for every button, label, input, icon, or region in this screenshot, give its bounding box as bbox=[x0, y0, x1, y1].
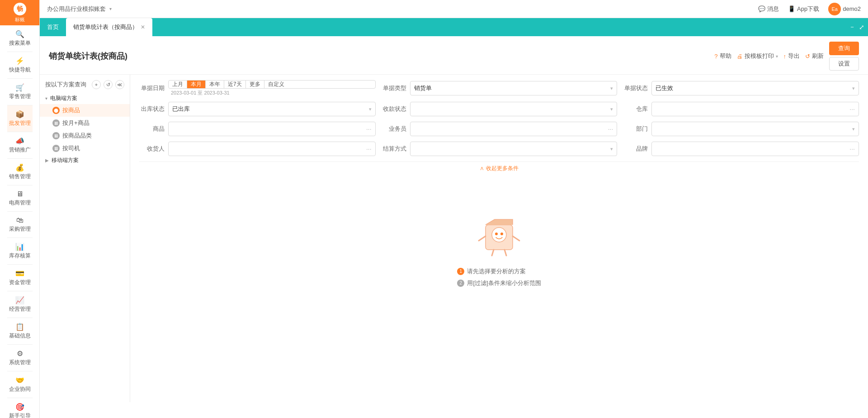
doc-type-control[interactable]: 销货单 ▾ bbox=[410, 81, 618, 95]
sidebar-item-marketing[interactable]: 📣营销推广 bbox=[7, 132, 33, 159]
filter-date: 单据日期 上月 本月 本年 近7天 更多 自定义 2023-03-01 至 20… bbox=[139, 80, 376, 96]
query-button[interactable]: 查询 bbox=[829, 42, 859, 55]
svg-point-1 bbox=[492, 228, 506, 242]
collapse-bar[interactable]: ∧ 收起更多条件 bbox=[139, 162, 859, 175]
warehouse-control[interactable]: ··· bbox=[651, 102, 859, 116]
svg-line-5 bbox=[513, 236, 519, 241]
tip-num-2: 2 bbox=[457, 280, 464, 287]
filter-row-2: 出库状态 已出库 ▾ 收款状态 ▾ 仓库 bbox=[139, 102, 859, 116]
filter-doc-status: 单据状态 已生效 ▾ bbox=[623, 81, 859, 95]
by-category-icon: ▦ bbox=[52, 132, 60, 139]
salesperson-dots[interactable]: ··· bbox=[608, 125, 613, 133]
by-product-icon: ⬤ bbox=[52, 107, 60, 114]
consignee-control[interactable]: ··· bbox=[168, 142, 376, 156]
sidebar-item-finance[interactable]: 💳资金管理 bbox=[7, 265, 33, 291]
sidebar-item-ecommerce[interactable]: 🖥电商管理 bbox=[7, 185, 33, 212]
industry-dropdown-icon[interactable]: ▾ bbox=[109, 6, 112, 11]
export-btn[interactable]: ↑ 导出 bbox=[783, 52, 800, 60]
scheme-category-mobile[interactable]: ▶ 移动端方案 bbox=[40, 155, 130, 166]
doc-type-label: 单据类型 bbox=[381, 84, 406, 92]
sidebar-item-search[interactable]: 🔍搜索菜单 bbox=[7, 25, 33, 52]
retail-icon: 🛒 bbox=[15, 83, 24, 92]
filter-row-3: 商品 ··· 业务员 ··· 部门 bbox=[139, 122, 859, 136]
message-icon: 💬 bbox=[758, 5, 765, 12]
tab-minimize-icon[interactable]: － bbox=[849, 23, 855, 31]
svg-line-4 bbox=[479, 236, 486, 241]
date-tab-last-month[interactable]: 上月 bbox=[169, 81, 187, 88]
newbie-icon: 🎯 bbox=[15, 403, 24, 411]
warehouse-dots[interactable]: ··· bbox=[849, 105, 855, 113]
sidebar-label-ecommerce: 电商管理 bbox=[9, 199, 31, 207]
scheme-collapse-btn[interactable]: ≪ bbox=[115, 80, 124, 89]
user-menu[interactable]: Ea demo2 bbox=[828, 3, 861, 15]
app-logo[interactable]: 畅 标账 bbox=[0, 0, 40, 25]
settings-button[interactable]: 设置 bbox=[829, 57, 859, 71]
filter-department: 部门 ▾ bbox=[623, 122, 859, 136]
doc-status-control[interactable]: 已生效 ▾ bbox=[651, 81, 859, 95]
scheme-item-by-month-product[interactable]: ▦ 按月+商品 bbox=[40, 117, 130, 129]
payment-status-dropdown-icon: ▾ bbox=[610, 106, 613, 112]
refresh-btn[interactable]: ↺ 刷新 bbox=[805, 52, 824, 60]
department-control[interactable]: ▾ bbox=[651, 122, 859, 136]
filter-doc-type: 单据类型 销货单 ▾ bbox=[381, 81, 618, 95]
doc-status-value: 已生效 bbox=[656, 84, 673, 92]
filter-row-1: 单据日期 上月 本月 本年 近7天 更多 自定义 2023-03-01 至 20… bbox=[139, 80, 859, 96]
tab-report[interactable]: 销货单统计表（按商品） ✕ bbox=[66, 18, 152, 36]
scheme-item-by-cashier[interactable]: ▦ 按司机 bbox=[40, 142, 130, 155]
sidebar-item-purchase[interactable]: 🛍采购管理 bbox=[7, 212, 33, 238]
print-btn[interactable]: 🖨 按模板打印 ▾ bbox=[737, 52, 778, 60]
sidebar-item-operation[interactable]: 📈经营管理 bbox=[7, 291, 33, 318]
sidebar-item-basic[interactable]: 📋基础信息 bbox=[7, 318, 33, 345]
app-download-btn[interactable]: 📱 App下载 bbox=[788, 5, 819, 13]
svg-line-7 bbox=[505, 250, 506, 256]
sidebar-item-system[interactable]: ⚙系统管理 bbox=[7, 345, 33, 371]
ecommerce-icon: 🖥 bbox=[16, 190, 24, 198]
sidebar-item-quick-nav[interactable]: ⚡快捷导航 bbox=[7, 52, 33, 79]
date-tab-7days[interactable]: 近7天 bbox=[224, 81, 246, 88]
tab-home[interactable]: 首页 bbox=[40, 18, 66, 36]
out-status-dropdown-icon: ▾ bbox=[369, 106, 372, 112]
product-control[interactable]: ··· bbox=[168, 122, 376, 136]
help-btn[interactable]: ? 帮助 bbox=[714, 52, 731, 60]
scheme-refresh-btn[interactable]: ↺ bbox=[104, 80, 113, 89]
date-tab-this-month[interactable]: 本月 bbox=[187, 81, 206, 88]
sidebar-label-wholesale: 批发管理 bbox=[9, 119, 31, 127]
tab-expand-icon[interactable]: ⤢ bbox=[859, 24, 864, 31]
date-tab-custom[interactable]: 自定义 bbox=[264, 81, 288, 88]
sidebar-label-search: 搜索菜单 bbox=[9, 39, 31, 47]
brand-dots[interactable]: ··· bbox=[849, 145, 855, 152]
payment-status-control[interactable]: ▾ bbox=[410, 102, 618, 116]
sidebar-item-enterprise[interactable]: 🤝企业协同 bbox=[7, 371, 33, 398]
user-avatar: Ea bbox=[828, 3, 841, 15]
empty-tip-1: 1 请先选择要分析的方案 bbox=[457, 266, 541, 277]
inventory-icon: 📊 bbox=[15, 242, 24, 251]
enterprise-icon: 🤝 bbox=[15, 376, 24, 385]
top-header: 办公用品行业模拟账套 ▾ 💬 消息 📱 App下载 Ea demo2 bbox=[40, 0, 868, 18]
sidebar-item-retail[interactable]: 🛒零售管理 bbox=[7, 79, 33, 105]
sidebar-label-enterprise: 企业协同 bbox=[9, 385, 31, 393]
empty-tips: 1 请先选择要分析的方案 2 用[过滤]条件来缩小分析范围 bbox=[457, 266, 541, 289]
sidebar-label-system: 系统管理 bbox=[9, 359, 31, 366]
sidebar-item-inventory[interactable]: 📊库存核算 bbox=[7, 238, 33, 265]
scheme-add-btn[interactable]: + bbox=[92, 80, 101, 89]
consignee-dots[interactable]: ··· bbox=[366, 145, 372, 152]
page-title: 销货单统计表(按商品) bbox=[49, 51, 127, 62]
message-btn[interactable]: 💬 消息 bbox=[758, 5, 779, 13]
sidebar-item-newbie[interactable]: 🎯新手引导 bbox=[7, 398, 33, 418]
date-tab-this-year[interactable]: 本年 bbox=[206, 81, 224, 88]
salesperson-control[interactable]: ··· bbox=[410, 122, 618, 136]
out-status-control[interactable]: 已出库 ▾ bbox=[168, 102, 376, 116]
sidebar-item-wholesale[interactable]: 📦批发管理 bbox=[7, 105, 33, 132]
scheme-category-pc[interactable]: ▾ 电脑端方案 bbox=[40, 93, 130, 104]
scheme-item-by-product[interactable]: ⬤ 按商品 bbox=[40, 104, 130, 117]
download-icon: 📱 bbox=[788, 5, 795, 12]
settlement-control[interactable]: ▾ bbox=[410, 142, 618, 156]
doc-status-dropdown-icon: ▾ bbox=[852, 86, 855, 91]
scheme-item-by-category[interactable]: ▦ 按商品品类 bbox=[40, 129, 130, 142]
industry-label: 办公用品行业模拟账套 bbox=[47, 5, 106, 13]
brand-control[interactable]: ··· bbox=[651, 142, 859, 156]
product-dots[interactable]: ··· bbox=[366, 125, 372, 133]
sidebar-item-sales[interactable]: 💰销售管理 bbox=[7, 159, 33, 185]
tab-close-icon[interactable]: ✕ bbox=[141, 24, 145, 30]
date-tab-more[interactable]: 更多 bbox=[246, 81, 264, 88]
